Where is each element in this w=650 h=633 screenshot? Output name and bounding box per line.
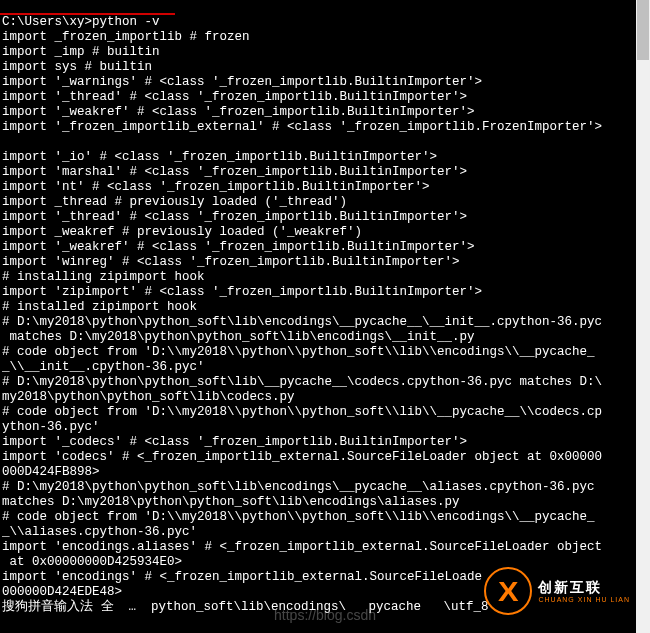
terminal-line: import '_codecs' # <class '_frozen_impor… <box>2 435 638 450</box>
watermark-logo: X 创新互联 CHUANG XIN HU LIAN <box>484 567 630 615</box>
terminal-line: my2018\python\python_soft\lib\codecs.py <box>2 390 638 405</box>
terminal-line: import '_thread' # <class '_frozen_impor… <box>2 90 638 105</box>
terminal-line: import 'marshal' # <class '_frozen_impor… <box>2 165 638 180</box>
terminal-line: # installed zipimport hook <box>2 300 638 315</box>
prompt-path: C:\Users\xy> <box>2 15 92 30</box>
terminal-line: import sys # builtin <box>2 60 638 75</box>
terminal-line: ython-36.pyc' <box>2 420 638 435</box>
terminal-line: # installing zipimport hook <box>2 270 638 285</box>
terminal-line: matches D:\my2018\python\python_soft\lib… <box>2 495 638 510</box>
terminal-line: import 'zipimport' # <class '_frozen_imp… <box>2 285 638 300</box>
terminal-line: # code object from 'D:\\my2018\\python\\… <box>2 510 638 525</box>
terminal-line: import 'nt' # <class '_frozen_importlib.… <box>2 180 638 195</box>
terminal-line: import _frozen_importlib # frozen <box>2 30 638 45</box>
watermark-en: CHUANG XIN HU LIAN <box>538 596 630 603</box>
terminal-line: import '_weakref' # <class '_frozen_impo… <box>2 105 638 120</box>
terminal-line: import '_warnings' # <class '_frozen_imp… <box>2 75 638 90</box>
terminal-output: C:\Users\xy>python -v import _frozen_imp… <box>0 0 640 633</box>
terminal-lines: import _frozen_importlib # frozenimport … <box>2 30 638 615</box>
terminal-line: # D:\my2018\python\python_soft\lib\encod… <box>2 315 638 330</box>
watermark-cn: 创新互联 <box>538 580 630 594</box>
terminal-line: 000D424FB898> <box>2 465 638 480</box>
terminal-line: import '_io' # <class '_frozen_importlib… <box>2 150 638 165</box>
terminal-line: import '_frozen_importlib_external' # <c… <box>2 120 638 135</box>
terminal-line: import 'winreg' # <class '_frozen_import… <box>2 255 638 270</box>
terminal-line: import '_weakref' # <class '_frozen_impo… <box>2 240 638 255</box>
logo-x-icon: X <box>484 567 532 615</box>
terminal-line: matches D:\my2018\python\python_soft\lib… <box>2 330 638 345</box>
terminal-line: import _thread # previously loaded ('_th… <box>2 195 638 210</box>
scrollbar-thumb[interactable] <box>637 0 649 60</box>
terminal-line: import '_thread' # <class '_frozen_impor… <box>2 210 638 225</box>
prompt-command: python -v <box>92 15 160 30</box>
watermark-url: https://blog.csdn <box>274 608 376 623</box>
command-highlight-underline <box>0 13 175 15</box>
terminal-line: # D:\my2018\python\python_soft\lib\encod… <box>2 480 638 495</box>
terminal-line <box>2 135 638 150</box>
terminal-line: import 'codecs' # <_frozen_importlib_ext… <box>2 450 638 465</box>
vertical-scrollbar[interactable] <box>636 0 650 633</box>
terminal-line: # code object from 'D:\\my2018\\python\\… <box>2 345 638 360</box>
terminal-line: # code object from 'D:\\my2018\\python\\… <box>2 405 638 420</box>
terminal-line: import _imp # builtin <box>2 45 638 60</box>
terminal-line: # D:\my2018\python\python_soft\lib\__pyc… <box>2 375 638 390</box>
terminal-line: import 'encodings.aliases' # <_frozen_im… <box>2 540 638 555</box>
terminal-line: _\\aliases.cpython-36.pyc' <box>2 525 638 540</box>
terminal-line: _\\__init__.cpython-36.pyc' <box>2 360 638 375</box>
terminal-line: import _weakref # previously loaded ('_w… <box>2 225 638 240</box>
